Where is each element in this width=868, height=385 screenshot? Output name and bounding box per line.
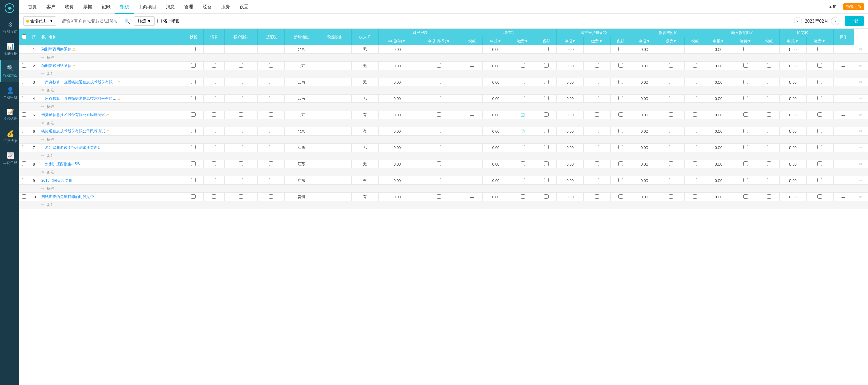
row-confirm[interactable] <box>224 78 258 86</box>
row-jy-jiaofei[interactable] <box>685 176 705 185</box>
row-copy-tax[interactable] <box>183 127 204 136</box>
row-action[interactable]: ✏ <box>854 78 868 86</box>
row-zz-shenbao[interactable] <box>509 45 536 54</box>
row-name[interactable]: （库存核算）直播畅捷通信息技术股份有限… ⚠ <box>39 78 183 86</box>
row-cs-jiaofei[interactable] <box>610 62 631 70</box>
row-confirm[interactable] <box>224 160 258 168</box>
row-caibao-year[interactable] <box>416 127 462 136</box>
edit-icon[interactable]: ✏ <box>859 161 863 167</box>
nav-xiaoxi[interactable]: 消息 <box>161 0 180 14</box>
row-zz-jiaofei[interactable] <box>536 62 557 70</box>
row-clear-card[interactable] <box>204 127 224 136</box>
row-caibao-year[interactable] <box>416 111 462 119</box>
row-name[interactable]: 勿删新锐网络通信 ⚠ <box>39 45 183 54</box>
sidebar-item-baoshui-shezhi[interactable]: ⚙ 报税设置 <box>0 16 19 38</box>
filter-button[interactable]: 筛选 ▼ <box>134 16 155 26</box>
row-clear-card[interactable] <box>204 45 224 54</box>
row-yh-shenbao[interactable] <box>806 45 833 54</box>
nav-shoufei[interactable]: 收费 <box>60 0 79 14</box>
row-zz-jiaofei[interactable] <box>536 45 557 54</box>
row-yh-shenbao[interactable] <box>806 111 833 119</box>
edit-icon[interactable]: ✏ <box>859 112 863 117</box>
row-zz-jiaofei[interactable] <box>536 127 557 136</box>
nav-home[interactable]: 首页 <box>23 0 42 14</box>
date-next-button[interactable]: › <box>831 17 839 25</box>
row-jy-shenbao[interactable] <box>658 127 685 136</box>
row-copy-tax[interactable] <box>183 193 204 201</box>
row-jy-jiaofei[interactable] <box>685 160 705 168</box>
nav-jingying[interactable]: 经营 <box>198 0 216 14</box>
nav-shezhi[interactable]: 设置 <box>235 0 253 14</box>
remark-cell[interactable]: ✏ 备注： <box>39 136 868 144</box>
row-cs-jiaofei[interactable] <box>610 193 631 201</box>
row-df-shenbao[interactable] <box>732 45 759 54</box>
row-zz-shenbao[interactable] <box>509 160 536 168</box>
row-checkbox[interactable] <box>22 129 26 133</box>
mingxia-checkbox[interactable] <box>157 19 162 23</box>
table-wrap[interactable]: 序 客户名称 抄税 清卡 客户确认 已完税 所属地区 税控设备 收入 C 财报报… <box>19 29 868 385</box>
row-confirm[interactable] <box>224 45 258 54</box>
nav-baoshui[interactable]: 报税 <box>115 0 134 14</box>
row-declared[interactable] <box>258 176 285 185</box>
row-df-jiaofei[interactable] <box>759 193 779 201</box>
row-cs-shenbao[interactable] <box>583 111 610 119</box>
row-clear-card[interactable] <box>204 111 224 119</box>
member-button[interactable]: 畅畅会员 <box>843 3 864 10</box>
row-declared[interactable] <box>258 127 285 136</box>
row-jy-jiaofei[interactable] <box>685 78 705 86</box>
row-zz-shenbao[interactable] <box>509 193 536 201</box>
row-zz-jiaofei[interactable] <box>536 144 557 152</box>
row-copy-tax[interactable] <box>183 95 204 103</box>
row-df-jiaofei[interactable] <box>759 160 779 168</box>
row-confirm[interactable] <box>224 127 258 136</box>
row-df-shenbao[interactable] <box>732 62 759 70</box>
row-checkbox[interactable] <box>22 80 26 84</box>
row-jy-jiaofei[interactable] <box>685 127 705 136</box>
row-action[interactable]: ✏ <box>854 127 868 136</box>
row-confirm[interactable] <box>224 95 258 103</box>
row-declared[interactable] <box>258 62 285 70</box>
search-input[interactable] <box>59 17 120 25</box>
row-confirm[interactable] <box>224 144 258 152</box>
row-yh-shenbao[interactable] <box>806 95 833 103</box>
row-clear-card[interactable] <box>204 144 224 152</box>
row-action[interactable]: ✏ <box>854 45 868 54</box>
row-declared[interactable] <box>258 95 285 103</box>
row-df-shenbao[interactable] <box>732 111 759 119</box>
row-zz-shenbao[interactable] <box>509 62 536 70</box>
row-declared[interactable] <box>258 45 285 54</box>
row-df-jiaofei[interactable] <box>759 144 779 152</box>
row-cs-shenbao[interactable] <box>583 160 610 168</box>
row-name[interactable]: 测试斯春的凭证打印的时候是否 <box>39 193 183 201</box>
row-jy-shenbao[interactable] <box>658 45 685 54</box>
row-checkbox[interactable] <box>22 112 26 117</box>
row-declared[interactable] <box>258 111 285 119</box>
nav-guanli[interactable]: 管理 <box>180 0 198 14</box>
sidebar-item-gongshang-nianbao[interactable]: 📈 工商年报 <box>0 147 19 169</box>
row-clear-card[interactable] <box>204 95 224 103</box>
sidebar-item-huisuan-qingjiao[interactable]: 💰 汇算清缴 <box>0 126 19 147</box>
row-df-shenbao[interactable] <box>732 193 759 201</box>
row-declared[interactable] <box>258 144 285 152</box>
row-clear-card[interactable] <box>204 62 224 70</box>
row-checkbox[interactable] <box>22 194 26 199</box>
row-cs-shenbao[interactable] <box>583 127 610 136</box>
row-df-shenbao[interactable] <box>732 176 759 185</box>
remark-cell[interactable]: ✏ 备注： <box>39 103 868 111</box>
row-zz-shenbao[interactable] <box>509 78 536 86</box>
sidebar-item-baoshui-jilu[interactable]: 📝 报税记录 <box>0 104 19 126</box>
nav-gongshang[interactable]: 工商项目 <box>134 0 161 14</box>
date-prev-button[interactable]: ‹ <box>794 17 802 25</box>
row-cs-jiaofei[interactable] <box>610 111 631 119</box>
row-df-jiaofei[interactable] <box>759 45 779 54</box>
row-declared[interactable] <box>258 193 285 201</box>
edit-icon[interactable]: ✏ <box>859 63 863 68</box>
row-caibao-year[interactable] <box>416 45 462 54</box>
row-name[interactable]: 畅捷通信息技术股份有限公司民珠测试 ⚠ <box>39 111 183 119</box>
edit-icon[interactable]: ✏ <box>859 47 863 52</box>
row-df-jiaofei[interactable] <box>759 78 779 86</box>
row-cs-jiaofei[interactable] <box>610 45 631 54</box>
row-df-jiaofei[interactable] <box>759 176 779 185</box>
row-caibao-year[interactable] <box>416 62 462 70</box>
row-action[interactable]: ✏ <box>854 111 868 119</box>
